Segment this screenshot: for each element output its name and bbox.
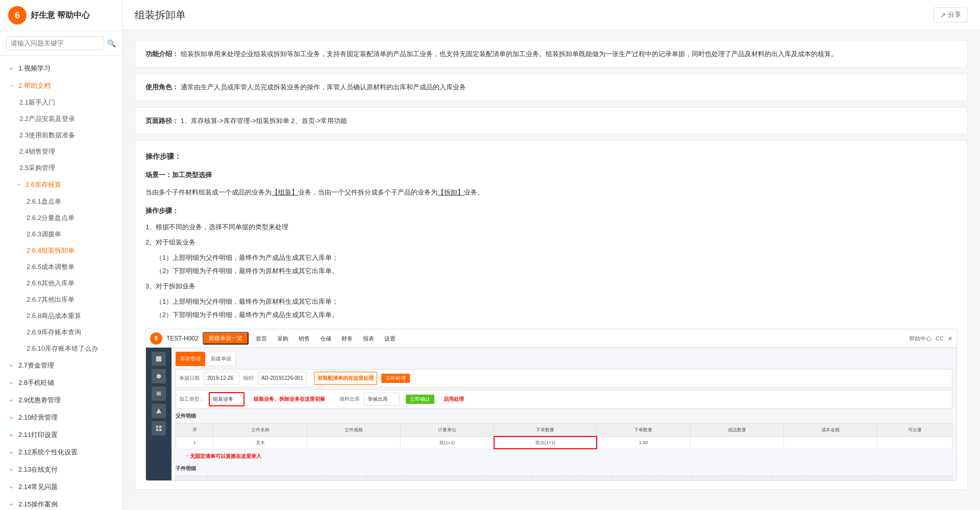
sidebar-item-newbie[interactable]: 2.1新手入门: [0, 94, 122, 111]
ss-cell: 1.00: [597, 436, 690, 449]
ss-cell: 批(1=1): [401, 436, 494, 449]
ss-tab-new[interactable]: 新建单据: [206, 352, 236, 366]
disassembly-link[interactable]: 【拆卸】: [437, 188, 464, 196]
main-content: 组装拆卸单 ↗ 分享 功能介绍： 组装拆卸单用来处理企业组装或拆卸等加工业务，支…: [122, 0, 980, 510]
expand-icon: ＋: [8, 483, 15, 492]
sidebar-item-coupon[interactable]: ＋ 2.9优惠劵管理: [0, 392, 122, 409]
ss-close-icon[interactable]: ✕: [948, 333, 952, 344]
ss-annotation-1: 有装配清单的在这里处理: [314, 372, 377, 385]
step3-1: （1）上部明细为父件明细，最终作为原材料生成其它出库单；: [145, 295, 957, 308]
ss-date-input[interactable]: 2019-12-26: [204, 372, 239, 385]
sidebar-item-inventory[interactable]: － 2.6库存核算: [0, 176, 122, 193]
step2-1: （1）上部明细为父件明细，最终作为产成品生成其它入库单；: [145, 251, 957, 264]
sidebar-item-custom[interactable]: ＋ 2.12系统个性化设置: [0, 444, 122, 461]
sidebar-item-online[interactable]: ＋ 2.13在线支付: [0, 461, 122, 478]
ss-nav-settings: 设置: [381, 332, 399, 345]
screenshot-inner: 6 TEST-H002 新建单据一览 首页 采购 销售 仓储 财务 报表 设置 …: [146, 329, 957, 480]
sidebar-item-ops[interactable]: ＋ 2.10经营管理: [0, 409, 122, 426]
ss-annotation-4: ↑ 无固定清单可以直接在这里录入: [186, 451, 952, 462]
sidebar-item-check[interactable]: 2.6.9库存账本查询: [0, 324, 122, 341]
sidebar-item-assembly[interactable]: 2.6.4组装拆卸单: [0, 242, 122, 259]
ss-col-order-qty2: 下单数量: [597, 424, 690, 437]
ss-icon-5[interactable]: [152, 421, 166, 435]
sidebar-item-stocktake[interactable]: 2.6.1盘点单: [0, 193, 122, 210]
step2: 2、对于组装业务: [145, 236, 957, 249]
ss-icon-1[interactable]: [152, 352, 166, 366]
path-text: 1、库存核算->库存管理->组装拆卸单 2、首页->常用功能: [181, 117, 348, 125]
ss-apply-btn[interactable]: 立即处理: [381, 374, 410, 383]
sidebar-label: 2.6库存核算: [26, 180, 61, 189]
sidebar-item-case[interactable]: ＋ 2.15操作案例: [0, 496, 122, 510]
ss-lower-col-action: [913, 476, 952, 481]
ss-icon-2[interactable]: [152, 369, 166, 383]
sidebar-item-inbound[interactable]: 2.6.6其他入库单: [0, 275, 122, 292]
assembly-link[interactable]: 【组装】: [272, 188, 298, 196]
ss-tab-inventory[interactable]: 库存管理: [176, 352, 205, 366]
ss-org-input[interactable]: AD-20191226-001: [258, 372, 307, 385]
share-button[interactable]: ↗ 分享: [934, 7, 968, 22]
svg-rect-8: [159, 429, 161, 431]
ss-main-form: 库存管理 新建单据 单据日期 2019-12-26 组织 AD-20191226…: [172, 348, 957, 480]
sidebar-item-outbound[interactable]: 2.6.7其他出库单: [0, 292, 122, 308]
ss-lower-col-theory: 理论用量: [447, 476, 533, 481]
ss-icon-4[interactable]: [152, 404, 166, 418]
scene-title: 场景一：加工类型选择: [145, 168, 957, 182]
ss-date-label: 单据日期: [179, 373, 200, 383]
step3-2: （2）下部明细为子件明细，最终作为产成品生成其它入库单。: [145, 308, 957, 322]
sidebar-item-stocktake2[interactable]: 2.6.2分量盘点单: [0, 210, 122, 226]
ss-annotation-2: 组装业务、拆卸业务在这里切换: [254, 394, 325, 404]
ss-lower-col-unit: 计量单位: [367, 476, 447, 481]
ss-help: 帮助中心: [909, 333, 932, 344]
logo-icon: 6: [8, 6, 27, 25]
step2-2: （2）下部明细为子件明细，最终作为原材料生成其它出库单。: [145, 264, 957, 278]
sidebar-label: 2.7资金管理: [18, 361, 54, 370]
sidebar-item-docs[interactable]: － 2.帮助文档: [0, 77, 122, 94]
ss-left-sidebar: [146, 348, 172, 480]
expand-icon: ＋: [8, 466, 15, 474]
ss-cell: 关木: [213, 436, 307, 449]
role-block: 使用角色： 通常由生产人员或库管人员完成拆装业务的操作，库管人员确认原材料的出库…: [135, 74, 968, 101]
steps-block: 操作步骤： 场景一：加工类型选择 当由多个子件材料组装成一个成品的业务为【组装】…: [135, 140, 968, 490]
step1: 1、根据不同的业务，选择不同单据的类型来处理: [145, 221, 957, 234]
sidebar-item-purchase[interactable]: 2.5采购管理: [0, 160, 122, 176]
ss-col-cost: 成本金额: [783, 424, 877, 437]
ss-icon-3[interactable]: [152, 386, 166, 401]
sidebar-item-fund[interactable]: ＋ 2.7资金管理: [0, 357, 122, 374]
sidebar-item-cost[interactable]: 2.6.5成本调整单: [0, 259, 122, 275]
ss-confirm-btn[interactable]: 立即确认: [406, 395, 434, 404]
share-label: 分享: [948, 10, 961, 19]
sidebar-item-transfer[interactable]: 2.6.3调拨单: [0, 226, 122, 242]
top-bar: 组装拆卸单 ↗ 分享: [122, 0, 980, 30]
sidebar-item-prepare[interactable]: 2.3使用前数据准备: [0, 127, 122, 143]
sidebar-item-mobile[interactable]: ＋ 2.8手机旺铺: [0, 374, 122, 392]
ss-lower-col-seq: 序: [176, 476, 208, 481]
ss-col-seq: 序: [176, 424, 213, 437]
sidebar-item-video[interactable]: ＋ 1.视频学习: [0, 60, 122, 77]
sidebar-item-error[interactable]: 2.6.10库存账本错了么办: [0, 341, 122, 357]
ss-new-btn[interactable]: 新建单据一览: [203, 332, 249, 345]
ss-user: CC: [936, 333, 944, 344]
search-button[interactable]: 🔍: [107, 39, 116, 47]
ss-brand: TEST-H002: [166, 332, 199, 345]
sidebar: 6 好生意 帮助中心 🔍 ＋ 1.视频学习 － 2.帮助文档 2.1新手入门 2…: [0, 0, 122, 510]
ss-cell: [307, 436, 400, 449]
ss-type-label: 加工类型：: [179, 394, 205, 404]
sidebar-label: 2.9优惠劵管理: [18, 396, 61, 405]
ss-col-unit: 计量单位: [401, 424, 494, 437]
sidebar-label: 2.14常见问题: [18, 482, 58, 492]
ss-stock-input[interactable]: 等候出库: [364, 393, 400, 406]
svg-rect-6: [159, 426, 161, 428]
feature-intro-text: 组装拆卸单用来处理企业组装或拆卸等加工业务，支持有固定装配清单的产品加工业务，也…: [181, 50, 838, 58]
content-area: 功能介绍： 组装拆卸单用来处理企业组装或拆卸等加工业务，支持有固定装配清单的产品…: [122, 30, 980, 510]
sidebar-item-commodity[interactable]: 2.6.8商品成本重算: [0, 308, 122, 324]
ss-lower-col-cost: 成本金额: [692, 476, 772, 481]
sidebar-item-print[interactable]: ＋ 2.11打印设置: [0, 426, 122, 444]
page-title: 组装拆卸单: [135, 8, 186, 22]
role-text: 通常由生产人员或库管人员完成拆装业务的操作，库管人员确认原材料的出库和产成品的入…: [181, 83, 466, 91]
search-input[interactable]: [6, 36, 104, 50]
sidebar-item-sales[interactable]: 2.4销售管理: [0, 143, 122, 160]
sidebar-item-faq[interactable]: ＋ 2.14常见问题: [0, 478, 122, 496]
sidebar-item-install[interactable]: 2.2产品安装及登录: [0, 111, 122, 127]
ss-type-input[interactable]: 组装业务: [209, 392, 244, 406]
sidebar-label: 2.11打印设置: [18, 430, 58, 440]
